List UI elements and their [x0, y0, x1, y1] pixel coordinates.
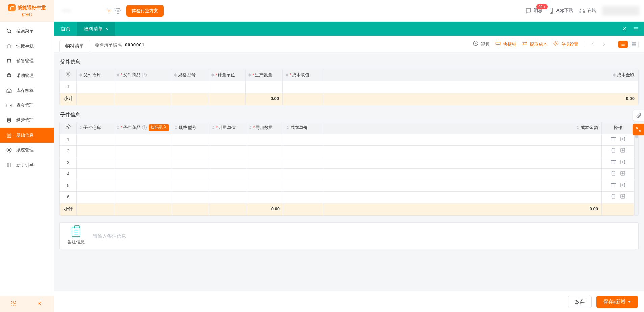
- col-child-price[interactable]: 成本单价: [283, 122, 324, 134]
- cell[interactable]: [172, 157, 209, 169]
- col-child-unit[interactable]: *计量单位: [209, 122, 246, 134]
- tabs-more-icon[interactable]: [631, 24, 641, 33]
- sidebar-item-purchase[interactable]: 采购管理: [0, 68, 54, 83]
- cell[interactable]: [324, 134, 602, 146]
- doc-settings-link[interactable]: 单据设置: [553, 40, 578, 48]
- cell[interactable]: [172, 180, 209, 192]
- org-selector[interactable]: ——: [54, 0, 112, 21]
- cell[interactable]: [246, 169, 283, 180]
- view-card[interactable]: [629, 41, 639, 48]
- cell[interactable]: [114, 180, 172, 192]
- user-avatar[interactable]: [602, 6, 639, 16]
- cell[interactable]: [283, 180, 324, 192]
- cell[interactable]: [246, 146, 283, 157]
- col-parent-unit[interactable]: *计量单位: [208, 69, 246, 81]
- child-scrollbar[interactable]: [635, 122, 639, 216]
- app-download[interactable]: App下载: [548, 7, 573, 14]
- delete-icon[interactable]: [610, 193, 617, 200]
- cell[interactable]: [209, 146, 246, 157]
- messages[interactable]: 消息 99 +: [525, 7, 542, 14]
- delete-icon[interactable]: [610, 136, 617, 142]
- cell[interactable]: [172, 146, 209, 157]
- delete-icon[interactable]: [610, 147, 617, 154]
- cell[interactable]: [114, 169, 172, 180]
- prev-doc[interactable]: [590, 41, 596, 47]
- cell[interactable]: [283, 192, 324, 203]
- cell[interactable]: [209, 134, 246, 146]
- info-icon[interactable]: !: [142, 125, 147, 130]
- sidebar-item-quicknav[interactable]: 快捷导航: [0, 39, 54, 53]
- video-link[interactable]: 视频: [473, 40, 490, 48]
- online-service[interactable]: 在线: [579, 7, 596, 14]
- gear-icon[interactable]: [10, 300, 17, 308]
- save-new-button[interactable]: 保存&新增: [596, 296, 638, 308]
- cell[interactable]: [171, 81, 208, 93]
- table-row[interactable]: 4: [60, 169, 634, 180]
- col-child-amount[interactable]: 成本金额: [324, 122, 602, 134]
- cell[interactable]: [283, 169, 324, 180]
- col-parent-goods[interactable]: *父件商品!: [114, 69, 171, 81]
- cell[interactable]: [283, 146, 324, 157]
- cell[interactable]: [114, 134, 172, 146]
- cell[interactable]: [77, 169, 114, 180]
- cell[interactable]: [209, 157, 246, 169]
- table-row[interactable]: 6: [60, 192, 634, 203]
- cell[interactable]: [246, 81, 283, 93]
- sidebar-item-sales[interactable]: 销售管理: [0, 53, 54, 68]
- table-row[interactable]: 1: [60, 134, 634, 146]
- tab-bom[interactable]: 物料清单 ×: [77, 22, 115, 36]
- cell[interactable]: [209, 192, 246, 203]
- discard-button[interactable]: 放弃: [568, 296, 592, 308]
- cell[interactable]: [77, 81, 114, 93]
- tabs-close-icon[interactable]: [620, 24, 629, 33]
- cell[interactable]: [324, 192, 602, 203]
- cell[interactable]: [324, 146, 602, 157]
- cell[interactable]: [246, 157, 283, 169]
- cell[interactable]: [172, 169, 209, 180]
- col-parent-cost[interactable]: *成本取值: [283, 69, 323, 81]
- cell[interactable]: [77, 134, 114, 146]
- col-child-warehouse[interactable]: 子件仓库: [77, 122, 114, 134]
- cell[interactable]: [114, 157, 172, 169]
- cell[interactable]: [209, 169, 246, 180]
- sidebar-item-guide[interactable]: 新手引导: [0, 158, 54, 172]
- add-icon[interactable]: [619, 182, 626, 188]
- col-child-spec[interactable]: 规格型号: [172, 122, 209, 134]
- col-parent-spec[interactable]: 规格型号: [171, 69, 208, 81]
- extract-cost-link[interactable]: 提取成本: [522, 40, 547, 48]
- table-row[interactable]: 1: [60, 81, 638, 93]
- add-icon[interactable]: [619, 147, 626, 154]
- cell[interactable]: [283, 134, 324, 146]
- sidebar-item-search[interactable]: 搜索菜单: [0, 24, 54, 39]
- settings-icon[interactable]: [112, 5, 124, 17]
- delete-icon[interactable]: [610, 182, 617, 188]
- fullscreen-button[interactable]: [633, 124, 644, 135]
- content-scroll[interactable]: 父件信息 父件仓库 *父件商品! 规格型号 *计量单位: [54, 52, 644, 291]
- col-child-goods[interactable]: *子件商品!扫码录入: [114, 122, 172, 134]
- cell[interactable]: [209, 180, 246, 192]
- col-child-qty[interactable]: *需用数量: [246, 122, 283, 134]
- attachment-button[interactable]: [633, 110, 644, 121]
- cell[interactable]: [77, 146, 114, 157]
- cell[interactable]: [114, 146, 172, 157]
- cell[interactable]: [246, 180, 283, 192]
- col-parent-amount[interactable]: 成本金额: [323, 69, 638, 81]
- delete-icon[interactable]: [610, 170, 617, 177]
- cell[interactable]: [208, 81, 246, 93]
- cell[interactable]: [324, 169, 602, 180]
- page-tab-bom[interactable]: 物料清单: [59, 40, 90, 52]
- col-parent-qty[interactable]: *生产数量: [246, 69, 283, 81]
- delete-icon[interactable]: [610, 159, 617, 165]
- collapse-icon[interactable]: [37, 300, 43, 308]
- col-parent-warehouse[interactable]: 父件仓库: [77, 69, 114, 81]
- cell[interactable]: [114, 192, 172, 203]
- add-icon[interactable]: [619, 170, 626, 177]
- cell[interactable]: [323, 81, 638, 93]
- cell[interactable]: [324, 180, 602, 192]
- cell[interactable]: [172, 134, 209, 146]
- cell[interactable]: [283, 157, 324, 169]
- sidebar-item-finance[interactable]: 资金管理: [0, 98, 54, 113]
- view-list[interactable]: [618, 41, 628, 48]
- shortcut-link[interactable]: 快捷键: [495, 40, 516, 48]
- cell[interactable]: [246, 192, 283, 203]
